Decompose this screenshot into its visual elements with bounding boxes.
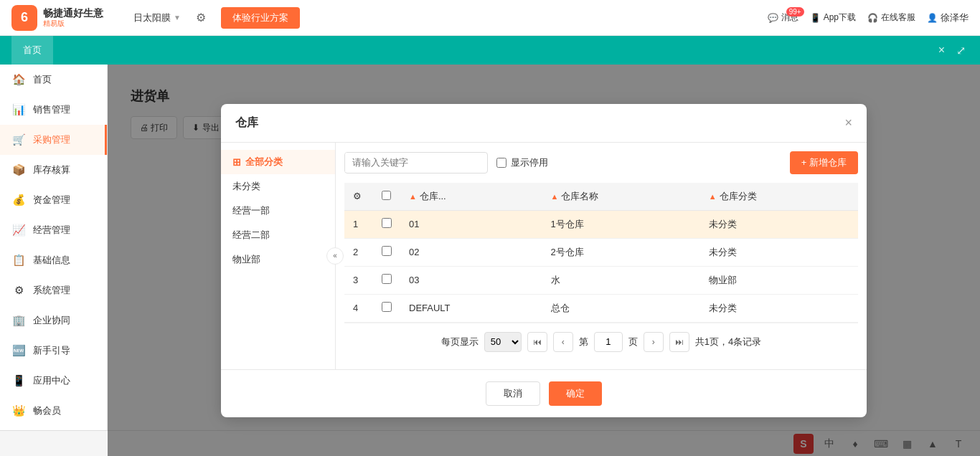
sub-nav-home[interactable]: 首页: [11, 36, 53, 65]
message-badge: 99+: [786, 7, 804, 16]
mobile-icon: 📱: [810, 13, 821, 23]
app-download-btn[interactable]: 📱 App下载: [810, 11, 856, 24]
row-check-1: [373, 210, 400, 238]
col-category-label: 仓库分类: [720, 191, 757, 201]
select-all-checkbox[interactable]: [382, 191, 391, 200]
sidebar-item-enterprise[interactable]: 🏢 企业协同: [0, 305, 107, 336]
page-prev-btn[interactable]: ‹: [553, 332, 573, 352]
logo-area: 6 畅捷通好生意 精易版: [11, 5, 119, 31]
sidebar-item-home-label: 首页: [33, 73, 52, 86]
window-expand-btn[interactable]: ⤢: [953, 41, 969, 60]
sidebar-item-member[interactable]: 👑 畅会员: [0, 396, 107, 426]
modal-toolbar: 🔍 显示停用 + 新增仓库: [344, 151, 858, 174]
content-area: 进货单 🖨 打印 ⬇ 导出 ↻ 刷新 查询 设置 仓库 ×: [108, 65, 980, 456]
try-industry-btn[interactable]: 体验行业方案: [221, 7, 300, 29]
sidebar-item-basic-label: 基础信息: [33, 254, 70, 267]
window-close-btn[interactable]: ×: [936, 41, 948, 60]
row-check-3: [373, 266, 400, 294]
row-1-checkbox[interactable]: [382, 218, 392, 228]
sub-header-right: × ⤢: [936, 41, 969, 60]
row-2-checkbox[interactable]: [382, 246, 392, 256]
online-service-label: 在线客服: [881, 11, 915, 24]
table-row[interactable]: 1 01 1号仓库 未分类: [344, 210, 858, 238]
modal-footer: 取消 确定: [221, 369, 867, 417]
show-disabled-checkbox[interactable]: [496, 158, 507, 168]
enterprise-icon: 🏢: [11, 314, 26, 327]
sidebar-item-guide[interactable]: 🆕 新手引导: [0, 336, 107, 366]
confirm-btn[interactable]: 确定: [549, 381, 602, 406]
show-disabled-label[interactable]: 显示停用: [496, 156, 548, 169]
page-input[interactable]: [594, 332, 623, 352]
sidebar-item-system[interactable]: ⚙ 系统管理: [0, 275, 107, 305]
user-area[interactable]: 👤 徐泽华: [927, 11, 969, 24]
modal-overlay: 仓库 × ⊞ 全部分类 未分类 经营一部 经营二部 物业部: [108, 65, 980, 456]
table-row[interactable]: 3 03 水 物业部: [344, 266, 858, 294]
row-category-1: 未分类: [700, 210, 858, 238]
store-name: 日太阳膜: [133, 11, 171, 24]
online-service-btn[interactable]: 🎧 在线客服: [867, 11, 915, 24]
basic-icon: 📋: [11, 254, 26, 267]
category-item-2[interactable]: 经营二部: [221, 223, 335, 247]
sidebar-item-apps[interactable]: 📱 应用中心: [0, 366, 107, 396]
logo-sub: 精易版: [43, 19, 103, 28]
per-page-select[interactable]: 50 100: [484, 332, 522, 352]
table-row[interactable]: 4 DEFAULT 总仓 未分类: [344, 294, 858, 322]
logo-icon: 6: [11, 5, 37, 31]
row-3-checkbox[interactable]: [382, 274, 392, 284]
table-row[interactable]: 2 02 2号仓库 未分类: [344, 238, 858, 266]
modal-body: ⊞ 全部分类 未分类 经营一部 经营二部 物业部 «: [221, 143, 867, 369]
total-info: 共1页，4条记录: [695, 336, 761, 348]
modal-header: 仓库 ×: [221, 104, 867, 143]
sidebar-item-operation[interactable]: 📈 经营管理: [0, 215, 107, 245]
modal-title: 仓库: [235, 115, 258, 130]
settings-icon-btn[interactable]: ⚙: [189, 6, 212, 29]
search-area: 🔍 显示停用: [344, 152, 548, 174]
purchase-icon: 🛒: [11, 133, 26, 146]
cancel-btn[interactable]: 取消: [486, 381, 540, 406]
message-btn[interactable]: 💬 消息 99+: [768, 11, 798, 24]
col-category: ▲仓库分类: [700, 183, 858, 211]
add-warehouse-btn[interactable]: + 新增仓库: [790, 151, 858, 174]
system-icon: ⚙: [11, 284, 26, 297]
col-checkbox: [373, 183, 400, 211]
modal-close-btn[interactable]: ×: [844, 116, 852, 129]
sidebar-item-purchase[interactable]: 🛒 采购管理: [0, 125, 107, 155]
user-icon: 👤: [927, 13, 938, 23]
page-first-btn[interactable]: ⏮: [527, 332, 547, 352]
row-name-2: 2号仓库: [542, 238, 700, 266]
store-selector[interactable]: 日太阳膜 ▼: [133, 11, 181, 24]
sidebar-item-inventory[interactable]: 📦 库存核算: [0, 155, 107, 185]
row-more-3: 3: [344, 266, 373, 294]
guide-icon: 🆕: [11, 344, 26, 357]
category-item-3[interactable]: 物业部: [221, 247, 335, 272]
search-input[interactable]: [345, 153, 480, 172]
header-right: 💬 消息 99+ 📱 App下载 🎧 在线客服 👤 徐泽华: [768, 11, 969, 24]
main-layout: 🏠 首页 📊 销售管理 🛒 采购管理 📦 库存核算 💰 资金管理 📈 经营管理 …: [0, 65, 980, 456]
row-category-4: 未分类: [700, 294, 858, 322]
row-code-4: DEFAULT: [400, 294, 542, 322]
header-middle: 日太阳膜 ▼ ⚙ 体验行业方案: [119, 6, 768, 29]
sidebar-item-operation-label: 经营管理: [33, 224, 70, 237]
page-unit: 页: [628, 336, 638, 348]
col-code: ▲仓库...: [400, 183, 542, 211]
page-next-btn[interactable]: ›: [644, 332, 664, 352]
table-panel: 🔍 显示停用 + 新增仓库: [336, 143, 867, 369]
sidebar-item-sales[interactable]: 📊 销售管理: [0, 95, 107, 125]
sidebar-item-home[interactable]: 🏠 首页: [0, 65, 107, 95]
category-item-1[interactable]: 经营一部: [221, 199, 335, 223]
row-4-checkbox[interactable]: [382, 302, 392, 312]
category-item-0[interactable]: 未分类: [221, 174, 335, 199]
sidebar-item-finance-label: 资金管理: [33, 194, 70, 206]
page-last-btn[interactable]: ⏭: [669, 332, 689, 352]
panel-collapse-btn[interactable]: «: [326, 247, 344, 265]
category-all[interactable]: ⊞ 全部分类: [221, 150, 335, 174]
pagination: 每页显示 50 100 ⏮ ‹ 第 页 › ⏭ 共: [344, 323, 858, 361]
sidebar-item-finance[interactable]: 💰 资金管理: [0, 185, 107, 215]
row-category-2: 未分类: [700, 238, 858, 266]
row-more-2: 2: [344, 238, 373, 266]
sidebar-item-system-label: 系统管理: [33, 284, 70, 297]
sidebar-item-apps-label: 应用中心: [33, 374, 70, 387]
sidebar-item-basic[interactable]: 📋 基础信息: [0, 245, 107, 275]
search-btn[interactable]: 🔍: [480, 153, 488, 173]
message-icon: 💬: [768, 13, 778, 23]
